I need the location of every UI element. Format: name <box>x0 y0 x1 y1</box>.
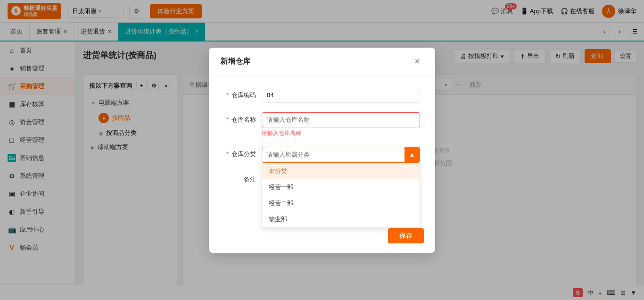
form-row-name: * 仓库名称 请输入仓库名称 <box>224 112 420 137</box>
dropdown-item-1[interactable]: 经营一部 <box>262 179 420 195</box>
modal-new-warehouse: 新增仓库 × * 仓库编码 * 仓库名称 <box>209 48 435 253</box>
dropdown-item-0[interactable]: 未分类 <box>262 163 420 179</box>
name-input[interactable] <box>262 112 420 127</box>
category-input[interactable] <box>262 147 405 162</box>
category-input-row: ▲ <box>262 147 420 163</box>
modal-title: 新增仓库 <box>220 57 250 67</box>
code-field <box>262 88 420 103</box>
category-dropdown-list: 未分类 经营一部 经营二部 物业部 <box>262 163 420 228</box>
category-dropdown: ▲ 未分类 经营一部 经营二部 物业部 <box>262 147 420 163</box>
form-row-code: * 仓库编码 <box>224 88 420 103</box>
modal-backdrop: 新增仓库 × * 仓库编码 * 仓库名称 <box>0 0 644 300</box>
modal-body: * 仓库编码 * 仓库名称 请输入仓库名称 <box>209 76 435 223</box>
save-button[interactable]: 保存 <box>388 228 424 243</box>
note-label: 备注 <box>224 172 262 187</box>
category-label: * 仓库分类 <box>224 147 262 162</box>
category-dropdown-btn[interactable]: ▲ <box>405 147 420 162</box>
form-row-category: * 仓库分类 ▲ 未分类 经营一部 经 <box>224 147 420 163</box>
modal-header: 新增仓库 × <box>209 48 435 76</box>
modal-close-button[interactable]: × <box>411 55 424 68</box>
name-error-msg: 请输入仓库名称 <box>262 129 420 137</box>
name-label: * 仓库名称 <box>224 112 262 127</box>
dropdown-item-3[interactable]: 物业部 <box>262 211 420 227</box>
category-field: ▲ 未分类 经营一部 经营二部 物业部 <box>262 147 420 163</box>
code-input[interactable] <box>262 88 420 103</box>
dropdown-item-2[interactable]: 经营二部 <box>262 195 420 211</box>
code-label: * 仓库编码 <box>224 88 262 103</box>
chevron-up-icon: ▲ <box>409 151 415 158</box>
name-field: 请输入仓库名称 <box>262 112 420 137</box>
